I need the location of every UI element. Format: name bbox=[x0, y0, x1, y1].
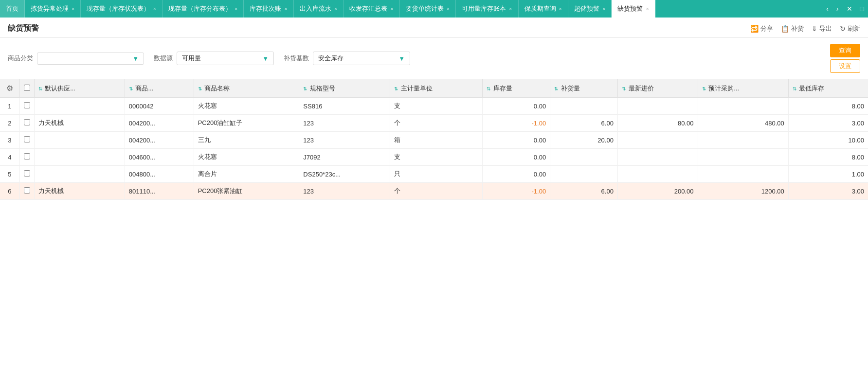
th-unit[interactable]: ⇅ 主计量单位 bbox=[390, 79, 483, 98]
row-unit: 个 bbox=[390, 183, 483, 200]
th-supplier[interactable]: ⇅ 默认供应... bbox=[34, 79, 125, 98]
close-tab-stock-dist[interactable]: × bbox=[235, 6, 237, 12]
replenish-button[interactable]: 📋 补货 bbox=[781, 24, 804, 33]
page-content: 缺货预警 🔁 分享 📋 补货 ⇓ 导出 ↻ 刷新 商品分类 bbox=[0, 18, 868, 387]
close-tab-stock-status[interactable]: × bbox=[153, 6, 156, 12]
row-code: 004200... bbox=[125, 132, 194, 149]
row-replenish bbox=[550, 98, 618, 115]
th-checkbox[interactable] bbox=[19, 79, 34, 98]
export-icon: ⇓ bbox=[812, 25, 817, 33]
category-arrow-icon: ▼ bbox=[132, 55, 139, 62]
est-purchase-sort-icon: ⇅ bbox=[702, 86, 706, 91]
row-replenish: 6.00 bbox=[550, 183, 618, 200]
close-tab-order-stats[interactable]: × bbox=[447, 6, 450, 12]
row-stock: 0.00 bbox=[483, 132, 550, 149]
row-supplier bbox=[34, 132, 125, 149]
datasource-arrow-icon: ▼ bbox=[262, 55, 269, 62]
close-tab-overstock[interactable]: × bbox=[602, 6, 605, 12]
tab-scroll-left[interactable]: ‹ bbox=[822, 5, 832, 13]
tab-maximize[interactable]: □ bbox=[856, 5, 868, 13]
tab-home[interactable]: 首页 bbox=[0, 0, 25, 18]
row-checkbox[interactable] bbox=[24, 187, 30, 194]
tab-stock-dist[interactable]: 现存量（库存分布表） × bbox=[163, 0, 244, 18]
tab-summary[interactable]: 收发存汇总表 × bbox=[344, 0, 399, 18]
row-code: 801110... bbox=[125, 183, 194, 200]
th-spec[interactable]: ⇅ 规格型号 bbox=[299, 79, 390, 98]
category-filter-group: 商品分类 ▼ bbox=[8, 53, 144, 65]
row-supplier bbox=[34, 166, 125, 183]
row-name: 火花塞 bbox=[194, 149, 299, 166]
row-checkbox[interactable] bbox=[24, 119, 30, 125]
table-body: 1 0000042 火花塞 SS816 支 0.00 8.00 2 力天机械 0… bbox=[0, 98, 868, 200]
th-stock[interactable]: ⇅ 库存量 bbox=[483, 79, 550, 98]
tab-close-all[interactable]: ✕ bbox=[843, 5, 856, 13]
th-latest-price[interactable]: ⇅ 最新进价 bbox=[617, 79, 698, 98]
datasource-value: 可用量 bbox=[182, 54, 201, 63]
replenish-sort-icon: ⇅ bbox=[554, 86, 558, 91]
category-select[interactable]: ▼ bbox=[37, 53, 144, 65]
th-name[interactable]: ⇅ 商品名称 bbox=[194, 79, 299, 98]
row-latest-price bbox=[617, 132, 698, 149]
th-gear[interactable]: ⚙ bbox=[0, 79, 19, 98]
replenish-base-select[interactable]: 安全库存 ▼ bbox=[313, 52, 410, 65]
settings-button[interactable]: 设置 bbox=[830, 59, 860, 73]
row-checkbox-cell[interactable] bbox=[19, 115, 34, 132]
row-spec: SS816 bbox=[299, 98, 390, 115]
row-checkbox-cell[interactable] bbox=[19, 132, 34, 149]
table-container: ⚙ ⇅ 默认供应... ⇅ 商品... ⇅ 商品名称 bbox=[0, 79, 868, 200]
table-row: 2 力天机械 004200... PC200油缸缸子 123 个 -1.00 6… bbox=[0, 115, 868, 132]
row-checkbox[interactable] bbox=[24, 153, 30, 159]
th-replenish[interactable]: ⇅ 补货量 bbox=[550, 79, 618, 98]
tab-shortage[interactable]: 缺货预警 × bbox=[612, 0, 655, 18]
refresh-button[interactable]: ↻ 刷新 bbox=[840, 24, 860, 33]
close-tab-shortage[interactable]: × bbox=[646, 6, 649, 12]
tab-available[interactable]: 可用量库存账本 × bbox=[456, 0, 518, 18]
tab-overstock[interactable]: 超储预警 × bbox=[568, 0, 612, 18]
row-replenish bbox=[550, 166, 618, 183]
query-button[interactable]: 查询 bbox=[830, 44, 860, 57]
row-checkbox[interactable] bbox=[24, 170, 30, 176]
row-checkbox-cell[interactable] bbox=[19, 149, 34, 166]
row-code: 004200... bbox=[125, 115, 194, 132]
row-latest-price bbox=[617, 98, 698, 115]
tab-flow[interactable]: 出入库流水 × bbox=[294, 0, 344, 18]
close-tab-available[interactable]: × bbox=[509, 6, 512, 12]
select-all-checkbox[interactable] bbox=[24, 85, 30, 91]
th-min-stock[interactable]: ⇅ 最低库存 bbox=[788, 79, 868, 98]
tab-stock-status[interactable]: 现存量（库存状况表） × bbox=[81, 0, 162, 18]
th-code[interactable]: ⇅ 商品... bbox=[125, 79, 194, 98]
unit-sort-icon: ⇅ bbox=[394, 86, 398, 91]
row-checkbox[interactable] bbox=[24, 136, 30, 142]
row-supplier bbox=[34, 149, 125, 166]
tab-picking[interactable]: 拣货异常处理 × bbox=[25, 0, 81, 18]
row-spec: DS250*23c... bbox=[299, 166, 390, 183]
gear-icon[interactable]: ⚙ bbox=[6, 84, 13, 92]
row-index: 4 bbox=[0, 149, 19, 166]
row-checkbox-cell[interactable] bbox=[19, 166, 34, 183]
share-button[interactable]: 🔁 分享 bbox=[750, 24, 773, 33]
close-tab-picking[interactable]: × bbox=[72, 6, 74, 12]
datasource-select[interactable]: 可用量 ▼ bbox=[177, 52, 274, 65]
tab-scroll-right[interactable]: › bbox=[832, 5, 843, 13]
export-button[interactable]: ⇓ 导出 bbox=[812, 24, 832, 33]
tab-bar: 首页 拣货异常处理 × 现存量（库存状况表） × 现存量（库存分布表） × 库存… bbox=[0, 0, 868, 18]
row-index: 2 bbox=[0, 115, 19, 132]
close-tab-batch[interactable]: × bbox=[284, 6, 287, 12]
tab-batch[interactable]: 库存批次账 × bbox=[244, 0, 293, 18]
row-checkbox-cell[interactable] bbox=[19, 98, 34, 115]
close-tab-summary[interactable]: × bbox=[390, 6, 393, 12]
row-checkbox-cell[interactable] bbox=[19, 183, 34, 200]
row-code: 004600... bbox=[125, 149, 194, 166]
tab-order-stats[interactable]: 要货单统计表 × bbox=[400, 0, 456, 18]
datasource-label: 数据源 bbox=[154, 54, 173, 63]
spec-sort-icon: ⇅ bbox=[303, 86, 307, 91]
tab-expiry[interactable]: 保质期查询 × bbox=[519, 0, 568, 18]
th-est-purchase[interactable]: ⇅ 预计采购... bbox=[698, 79, 788, 98]
close-tab-flow[interactable]: × bbox=[334, 6, 337, 12]
row-name: 三九 bbox=[194, 132, 299, 149]
row-name: 离合片 bbox=[194, 166, 299, 183]
close-tab-expiry[interactable]: × bbox=[559, 6, 562, 12]
row-spec: 123 bbox=[299, 115, 390, 132]
row-latest-price bbox=[617, 166, 698, 183]
row-checkbox[interactable] bbox=[24, 102, 30, 108]
